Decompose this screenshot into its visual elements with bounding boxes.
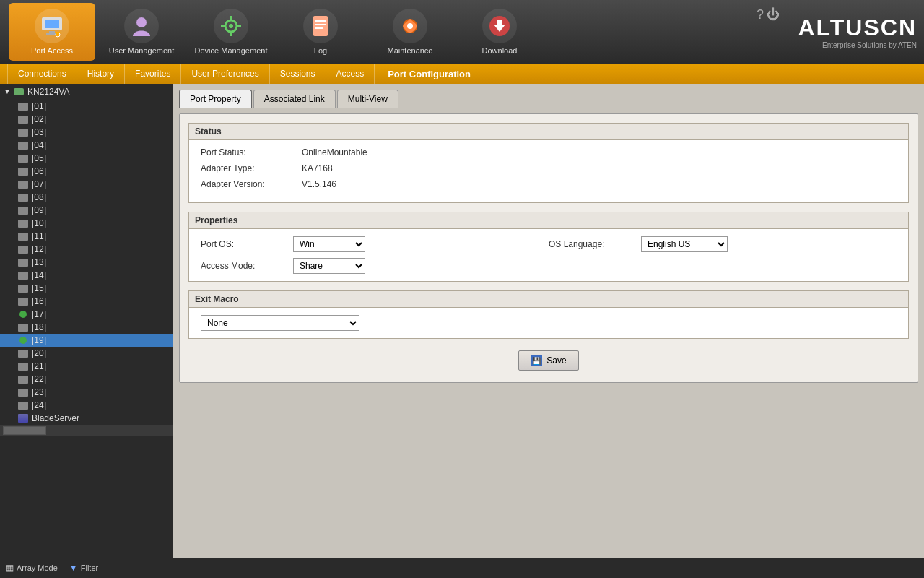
toolbar-log[interactable]: Log [277,3,364,61]
port-label: [15] [32,283,46,293]
svg-rect-8 [230,16,232,21]
array-mode-btn[interactable]: ▦ Array Mode [6,563,58,573]
tree-port-23[interactable]: [23] [0,386,173,399]
maintenance-icon [393,9,427,43]
port-status-row: Port Status: OnlineMountable [201,147,897,158]
tree-port-18[interactable]: [18] [0,321,173,334]
svg-rect-10 [221,25,226,27]
port-monitor-icon [17,179,29,189]
port-label: [23] [32,387,46,397]
tree-blade-server[interactable]: BladeServer [0,412,173,425]
toolbar-maintenance[interactable]: Maintenance [367,3,453,61]
port-label: [08] [32,192,46,202]
nav-tab-favorites[interactable]: Favorites [125,64,181,84]
tree-port-13[interactable]: [13] [0,256,173,269]
tree-port-16[interactable]: [16] [0,295,173,308]
tab-port-property[interactable]: Port Property [179,90,252,108]
tree-root[interactable]: ▼ KN2124VA [0,84,173,100]
horizontal-scrollbar[interactable] [0,425,173,436]
toolbar-right-icons: ? ⏻ [757,7,780,22]
port-monitor-icon [17,348,29,358]
adapter-type-row: Adapter Type: KA7168 [201,163,897,173]
tree-port-09[interactable]: [09] [0,204,173,217]
tree-port-20[interactable]: [20] [0,347,173,360]
power-icon[interactable]: ⏻ [767,7,780,22]
tree-port-04[interactable]: [04] [0,139,173,152]
h-scroll-thumb[interactable] [3,426,46,435]
svg-point-17 [407,23,413,29]
download-label: Download [482,46,518,55]
tree-port-03[interactable]: [03] [0,126,173,139]
tree-port-07[interactable]: [07] [0,178,173,191]
array-mode-icon: ▦ [6,563,14,573]
svg-rect-11 [236,25,241,27]
property-panel: Status Port Status: OnlineMountable Adap… [179,113,918,383]
nav-tab-user-preferences[interactable]: User Preferences [181,64,269,84]
logo-text: ALTUSCN [798,14,918,41]
save-icon: 💾 [531,355,542,366]
tree-port-06[interactable]: [06] [0,165,173,178]
nav-tab-connections[interactable]: Connections [7,64,77,84]
svg-rect-12 [313,16,328,36]
tree-port-14[interactable]: [14] [0,269,173,282]
port-monitor-icon [17,205,29,215]
port-label: [14] [32,270,46,280]
nav-tab-history[interactable]: History [77,64,125,84]
device-management-icon [214,9,248,43]
nav-tab-access[interactable]: Access [326,64,375,84]
port-label: [04] [32,140,46,150]
filter-btn[interactable]: ▼ Filter [69,563,98,573]
port-label: [10] [32,218,46,228]
save-button[interactable]: 💾 Save [518,350,578,371]
tree-port-12[interactable]: [12] [0,243,173,256]
port-monitor-icon [17,257,29,267]
port-label: [19] [32,335,46,345]
tree-port-05[interactable]: [05] [0,152,173,165]
tab-multi-view[interactable]: Multi-View [337,90,398,108]
tree-port-17[interactable]: [17] [0,308,173,321]
user-management-icon [124,9,159,43]
tree-port-10[interactable]: [10] [0,217,173,230]
logo-sub: Enterprise Solutions by ATEN [798,41,918,49]
sidebar-ports-container: [01][02][03][04][05][06][07][08][09][10]… [0,100,173,412]
tree-port-11[interactable]: [11] [0,230,173,243]
tree-port-15[interactable]: [15] [0,282,173,295]
exit-macro-select[interactable]: None [201,315,359,331]
port-label: [03] [32,127,46,137]
port-label: [13] [32,257,46,267]
adapter-version-label: Adapter Version: [201,179,302,189]
tree-port-02[interactable]: [02] [0,113,173,126]
toolbar-user-management[interactable]: User Management [98,3,185,61]
port-monitor-icon [17,127,29,137]
port-label: [12] [32,244,46,254]
tree-port-22[interactable]: [22] [0,373,173,386]
tree-port-21[interactable]: [21] [0,360,173,373]
tree-port-08[interactable]: [08] [0,191,173,204]
tree-port-24[interactable]: [24] [0,399,173,412]
svg-rect-2 [49,31,55,33]
toolbar-device-management[interactable]: Device Management [188,3,274,61]
main-container: ▼ KN2124VA [01][02][03][04][05][06][07][… [0,84,924,558]
port-label: [05] [32,153,46,163]
toolbar-port-access[interactable]: Port Access [9,3,95,61]
port-monitor-icon [17,153,29,163]
tree-expand-root[interactable]: ▼ [3,87,12,96]
tree-port-01[interactable]: [01] [0,100,173,113]
svg-rect-13 [315,20,326,22]
status-section: Status Port Status: OnlineMountable Adap… [188,123,909,203]
port-monitor-icon [17,361,29,371]
save-area: 💾 Save [180,350,918,371]
blade-label: BladeServer [32,413,79,423]
tree-port-19[interactable]: [19] [0,334,173,347]
help-icon[interactable]: ? [757,7,764,22]
status-section-body: Port Status: OnlineMountable Adapter Typ… [189,140,908,202]
toolbar-download[interactable]: Download [456,3,543,61]
access-mode-select[interactable]: Share Exclusive Occupy [293,258,365,274]
content-area: Port Property Associated Link Multi-View… [173,84,924,558]
blade-icon [17,413,29,423]
nav-tab-sessions[interactable]: Sessions [270,64,326,84]
os-language-select[interactable]: English US English UK French German Japa… [641,236,728,252]
port-os-select[interactable]: Win Linux Mac Sun [293,236,365,252]
tab-associated-link[interactable]: Associated Link [253,90,336,108]
nav-tabs: Connections History Favorites User Prefe… [0,64,924,84]
